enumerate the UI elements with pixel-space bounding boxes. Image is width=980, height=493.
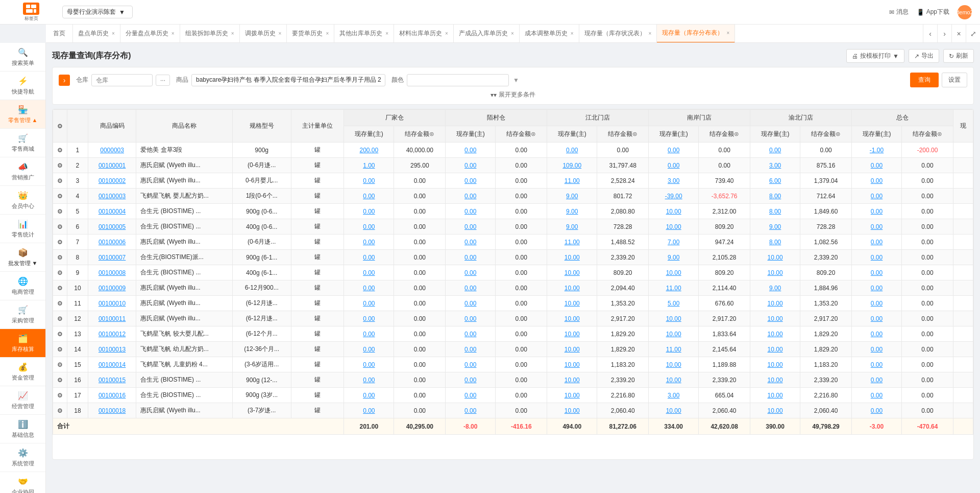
sidebar-item-ecommerce[interactable]: 🌐 电商管理 [0, 272, 45, 300]
sidebar-item-finance[interactable]: 💰 资金管理 [0, 358, 45, 386]
chart-icon: 📊 [18, 219, 28, 229]
row-settings[interactable]: ⚙ [53, 250, 67, 265]
sidebar: 🔍 搜索英单 ⚡ 快捷导航 🏪 零售管理 ▲ 🛒 零售商城 📣 营销推广 👑 会… [0, 43, 46, 493]
table-container[interactable]: ⚙ 商品编码 商品名称 规格型号 主计量单位 厂家仓 陌村仓 江北门店 南岸门店… [52, 109, 974, 460]
tab-close-1[interactable]: × [112, 31, 115, 36]
row-settings[interactable]: ⚙ [53, 311, 67, 326]
warehouse-more-btn[interactable]: ··· [156, 75, 170, 86]
sidebar-item-operations[interactable]: 📈 经营管理 [0, 386, 45, 415]
col-total-qty: 现存量(主) [851, 126, 901, 143]
row-settings[interactable]: ⚙ [53, 403, 67, 418]
refresh-btn[interactable]: ↻ 刷新 [943, 49, 974, 63]
tab-close-all-btn[interactable]: × [951, 25, 966, 43]
tab-close-3[interactable]: × [231, 31, 234, 36]
tab-close-11[interactable]: × [726, 30, 729, 36]
sidebar-item-search[interactable]: 🔍 搜索英单 [0, 43, 45, 72]
row-settings[interactable]: ⚙ [53, 234, 67, 250]
row-yb-amt: 1,379.04 [800, 173, 852, 189]
tab-next-btn[interactable]: › [937, 25, 951, 43]
tab-close-8[interactable]: × [511, 31, 514, 36]
row-code: 00100007 [88, 250, 136, 265]
row-settings[interactable]: ⚙ [53, 280, 67, 296]
row-settings[interactable]: ⚙ [53, 158, 67, 173]
tab-expand-btn[interactable]: ⤢ [966, 25, 980, 43]
warehouse-input[interactable] [91, 74, 153, 86]
tab-close-5[interactable]: × [326, 31, 329, 36]
col-yubei-header: 渝北门店 [750, 110, 852, 126]
row-fj-amt: 0.00 [394, 357, 446, 372]
sidebar-item-member[interactable]: 👑 会员中心 [0, 186, 45, 215]
row-settings[interactable]: ⚙ [53, 388, 67, 403]
sidebar-item-purchase[interactable]: 🛒 采购管理 [0, 300, 45, 329]
warehouse-filter-group: 仓库 ··· [76, 74, 170, 86]
row-settings[interactable]: ⚙ [53, 173, 67, 189]
megaphone-icon: 📣 [18, 162, 28, 172]
sidebar-item-retail-shop[interactable]: 🛒 零售商城 [0, 129, 45, 157]
row-settings[interactable]: ⚙ [53, 204, 67, 219]
row-settings[interactable]: ⚙ [53, 326, 67, 342]
tab-prev-btn[interactable]: ‹ [923, 25, 937, 43]
tab-7[interactable]: 材料出库单历史 × [394, 25, 454, 43]
row-settings[interactable]: ⚙ [53, 342, 67, 357]
sidebar-item-system[interactable]: ⚙️ 系统管理 [0, 443, 45, 472]
sidebar-item-retail-mgmt[interactable]: 🏪 零售管理 ▲ [0, 100, 45, 129]
tab-5[interactable]: 要货单历史 × [287, 25, 334, 43]
sidebar-item-marketing[interactable]: 📣 营销推广 [0, 157, 45, 186]
row-settings[interactable]: ⚙ [53, 143, 67, 158]
row-name: 合生元 (BIOSTIME) ... [136, 219, 232, 234]
row-name: 爱他美 盒草3段 [136, 143, 232, 158]
row-settings[interactable]: ⚙ [53, 189, 67, 204]
tab-home[interactable]: 首页 [46, 25, 73, 43]
industry-selector[interactable]: 母婴行业演示陈套 ▼ [62, 6, 133, 18]
tab-4[interactable]: 调拨单历史 × [240, 25, 287, 43]
row-settings[interactable]: ⚙ [53, 265, 67, 280]
tab-9[interactable]: 成本调整单历史 × [520, 25, 579, 43]
tab-3[interactable]: 组装拆卸单历史 × [180, 25, 240, 43]
sidebar-item-inventory[interactable]: 🗂️ 库存核算 [0, 329, 45, 358]
tab-11-active[interactable]: 现存量（库存分布表） × [657, 25, 735, 43]
col-total-header: 总仓 [851, 110, 953, 126]
row-mc-amt: 0.00 [496, 219, 547, 234]
row-code: 00100015 [88, 372, 136, 388]
product-input[interactable] [191, 74, 385, 86]
expand-more-btn[interactable]: ▾▾ 展开更多条件 [59, 90, 967, 99]
row-settings[interactable]: ⚙ [53, 219, 67, 234]
tab-8[interactable]: 产成品入库单历史 × [454, 25, 520, 43]
row-index: 8 [67, 250, 88, 265]
tab-close-9[interactable]: × [571, 31, 574, 36]
search-btn[interactable]: 查询 [910, 73, 939, 87]
sidebar-label-system: 系统管理 [12, 460, 34, 467]
setting-btn[interactable]: 设置 [942, 73, 967, 87]
sidebar-label-ecommerce: 电商管理 [12, 288, 34, 296]
color-input[interactable] [407, 74, 509, 86]
sidebar-item-quicknav[interactable]: ⚡ 快捷导航 [0, 72, 45, 100]
tab-close-4[interactable]: × [279, 31, 282, 36]
row-spec: 900g (12-... [232, 372, 291, 388]
tab-6[interactable]: 其他出库单历史 × [334, 25, 394, 43]
row-xian [953, 250, 973, 265]
tab-close-2[interactable]: × [172, 31, 175, 36]
tab-close-6[interactable]: × [385, 31, 388, 36]
message-btn[interactable]: ✉ 消息 [889, 8, 909, 16]
row-code: 00100012 [88, 326, 136, 342]
sidebar-item-retail-stats[interactable]: 📊 零售统计 [0, 215, 45, 243]
export-btn[interactable]: ↗ 导出 [909, 49, 939, 63]
filter-toggle-btn[interactable]: › [59, 75, 70, 86]
row-index: 16 [67, 372, 88, 388]
app-download-btn[interactable]: 📱 App下载 [917, 8, 949, 16]
row-settings[interactable]: ⚙ [53, 296, 67, 311]
settings-icon[interactable]: ⚙ [57, 123, 63, 130]
print-btn[interactable]: 🖨 按模板打印 ▼ [846, 49, 904, 63]
sidebar-item-basic[interactable]: ℹ️ 基础信息 [0, 415, 45, 443]
tab-close-10[interactable]: × [649, 31, 652, 36]
tab-1[interactable]: 盘点单历史 × [73, 25, 120, 43]
tab-2[interactable]: 分量盘点单历史 × [120, 25, 180, 43]
row-settings[interactable]: ⚙ [53, 357, 67, 372]
sidebar-item-collab[interactable]: 🤝 企业协同 [0, 472, 45, 493]
color-label: 颜色 [391, 76, 404, 84]
tab-close-7[interactable]: × [445, 31, 448, 36]
row-settings[interactable]: ⚙ [53, 372, 67, 388]
tab-10[interactable]: 现存量（库存状况表） × [579, 25, 657, 43]
sidebar-item-wholesale[interactable]: 📦 批发管理 ▼ [0, 243, 45, 272]
user-avatar-btn[interactable]: demo2 [958, 5, 972, 19]
